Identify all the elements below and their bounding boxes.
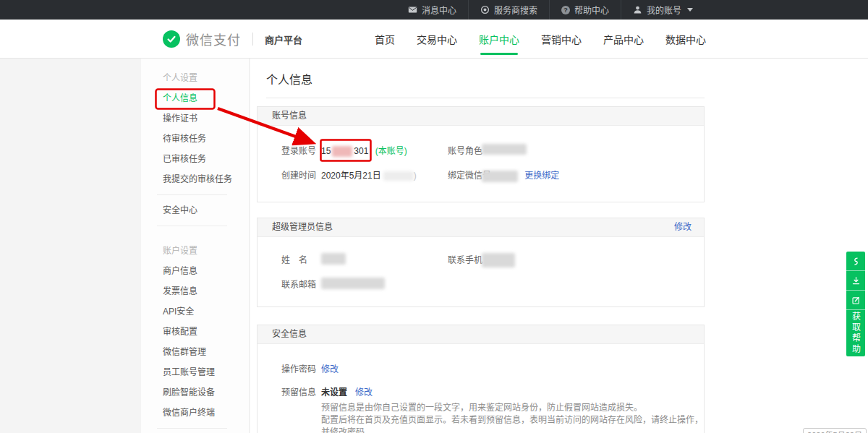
sidebar-item-operation-certificate[interactable]: 操作证书 (163, 108, 249, 129)
content-area: 个人设置 个人信息 操作证书 待审核任务 已审核任务 我提交的审核任务 安全中心… (0, 59, 868, 433)
sidebar-divider (157, 194, 227, 195)
my-account-menu[interactable]: 我的账号 (621, 0, 705, 20)
brand-name: 微信支付 (186, 30, 241, 48)
sidebar-item-merchant-info[interactable]: 商户信息 (163, 261, 249, 281)
modify-password-link[interactable]: 修改 (321, 364, 339, 374)
nav-account-center[interactable]: 账户中心 (479, 20, 519, 59)
help-center-label: 帮助中心 (574, 4, 609, 16)
reserved-info-label: 预留信息 (281, 385, 316, 398)
help-center-menu[interactable]: ? 帮助中心 (549, 0, 621, 20)
feedback-button[interactable] (846, 291, 865, 310)
wechat-pay-logo-icon (163, 30, 180, 48)
account-info-section: 账号信息 登录账号 15301 (本账号) 账号角色 创建时间 2020年5月2… (257, 106, 705, 202)
floating-help-widget: 获取帮助 (846, 252, 865, 356)
operation-password-label: 操作密码 (281, 362, 316, 374)
target-circle-icon (480, 5, 490, 14)
sidebar-item-security-center[interactable]: 安全中心 (163, 200, 249, 220)
top-utility-bar: 消息中心 服务商搜索 ? 帮助中心 我的账号 (0, 0, 868, 20)
login-account-suffix: 301 (354, 146, 368, 156)
this-account-tag: (本账号) (375, 146, 407, 156)
redacted-name (321, 253, 346, 265)
redacted-wechat-id (482, 171, 518, 182)
reserved-info-status: 未设置 (321, 385, 347, 398)
redacted-phone-digits (332, 146, 352, 157)
created-time-label: 创建时间 (281, 168, 316, 181)
sidebar: 个人设置 个人信息 操作证书 待审核任务 已审核任务 我提交的审核任务 安全中心… (141, 59, 250, 433)
login-account-value: 15301 (本账号) (321, 144, 407, 157)
redacted-contact-email (321, 278, 385, 289)
sidebar-item-wechat-merchant-terminal[interactable]: 微信商户终端 (163, 403, 249, 423)
sidebar-item-staff-account-management[interactable]: 员工账号管理 (163, 362, 249, 382)
operation-password-value: 修改 (321, 362, 339, 374)
super-admin-header: 超级管理员信息 修改 (258, 218, 704, 237)
sidebar-item-my-submitted-review-tasks[interactable]: 我提交的审核任务 (163, 169, 249, 189)
mail-icon (408, 5, 417, 14)
desc-line-1: 预留信息是由你自己设置的一段文字，用来鉴定网站身份，防止假冒网站造成损失。 (321, 402, 704, 414)
login-account-label: 登录账号 (281, 144, 316, 156)
date-box: 2020年5月22日 (803, 428, 867, 433)
site-header: 微信支付 商户平台 首页 交易中心 账户中心 营销中心 产品中心 数据中心 (0, 20, 868, 59)
contact-email-value (321, 278, 385, 289)
download-icon (851, 276, 861, 286)
created-date: 2020年5月21日 (321, 171, 381, 181)
brand-divider (252, 33, 253, 46)
name-label: 姓 名 (281, 253, 307, 265)
created-time-value: 2020年5月21日) (321, 168, 417, 181)
sidebar-item-face-smart-device[interactable]: 刷脸智能设备 (163, 382, 249, 403)
title-divider (266, 98, 705, 98)
modify-admin-link[interactable]: 修改 (674, 218, 692, 236)
sidebar-item-api-security[interactable]: API安全 (163, 301, 249, 322)
my-account-label: 我的账号 (647, 4, 681, 16)
sidebar-spacer (163, 231, 249, 241)
main-panel: 个人信息 账号信息 登录账号 15301 (本账号) 账号角色 创建时间 202… (250, 59, 868, 433)
service-provider-search-menu[interactable]: 服务商搜索 (468, 0, 549, 20)
service-provider-search-label: 服务商搜索 (494, 4, 537, 16)
brand-block[interactable]: 微信支付 商户平台 (163, 20, 302, 59)
primary-nav: 首页 交易中心 账户中心 营销中心 产品中心 数据中心 (375, 20, 706, 59)
redacted-account-role (482, 144, 527, 155)
super-admin-title: 超级管理员信息 (272, 222, 333, 232)
sidebar-item-wechat-group-management[interactable]: 微信群管理 (163, 342, 249, 362)
question-circle-icon: ? (561, 6, 570, 14)
super-admin-section: 超级管理员信息 修改 姓 名 联系手机 联系邮箱 (257, 218, 705, 307)
sidebar-section-personal-settings: 个人设置 (163, 68, 249, 88)
download-button[interactable] (846, 271, 865, 291)
account-info-header: 账号信息 (258, 107, 704, 126)
share-link-button[interactable] (846, 252, 865, 271)
sidebar-item-personal-info[interactable]: 个人信息 (163, 88, 249, 108)
nav-data-center[interactable]: 数据中心 (665, 20, 706, 59)
sidebar-item-invoice-info[interactable]: 发票信息 (163, 281, 249, 301)
sidebar-item-reviewed-tasks[interactable]: 已审核任务 (163, 149, 249, 169)
account-role-label: 账号角色 (448, 144, 482, 156)
contact-phone-value (482, 253, 515, 267)
chevron-down-icon (687, 8, 693, 12)
edit-icon (851, 296, 861, 305)
nav-marketing-center[interactable]: 营销中心 (541, 20, 582, 59)
modify-reserved-link[interactable]: 修改 (355, 387, 373, 398)
account-role-value (482, 144, 527, 155)
name-value (321, 253, 346, 265)
get-help-button[interactable]: 获取帮助 (846, 310, 865, 356)
rebind-link[interactable]: 更换绑定 (524, 171, 559, 181)
nav-product-center[interactable]: 产品中心 (603, 20, 644, 59)
sidebar-section-account-settings: 账户设置 (163, 241, 249, 261)
reserved-info-modify: 修改 (355, 385, 373, 398)
created-paren: ) (414, 171, 417, 181)
wechat-pay-merchant-page: 消息中心 服务商搜索 ? 帮助中心 我的账号 微信支付 商户平 (0, 0, 868, 433)
link-icon (851, 257, 861, 266)
desc-line-2: 配置后将在首页及充值页面显示。若未看到预留信息，表明当前访问的网站存在风险，请终… (321, 414, 704, 433)
security-info-header: 安全信息 (258, 325, 704, 344)
contact-email-label: 联系邮箱 (281, 278, 316, 290)
portal-name: 商户平台 (265, 33, 302, 46)
sidebar-item-pending-review-tasks[interactable]: 待审核任务 (163, 129, 249, 149)
nav-home[interactable]: 首页 (375, 20, 395, 59)
page-title: 个人信息 (266, 70, 868, 87)
security-info-section: 安全信息 操作密码 修改 预留信息 未设置 修改 预留信息是由你自己设置的一段文… (257, 325, 705, 433)
redacted-created-time (383, 171, 414, 181)
nav-transaction-center[interactable]: 交易中心 (417, 20, 457, 59)
redacted-contact-phone (482, 253, 515, 267)
reserved-info-description: 预留信息是由你自己设置的一段文字，用来鉴定网站身份，防止假冒网站造成损失。 配置… (321, 402, 704, 433)
user-icon (633, 5, 642, 14)
message-center-menu[interactable]: 消息中心 (396, 0, 468, 20)
sidebar-item-review-config[interactable]: 审核配置 (163, 322, 249, 342)
